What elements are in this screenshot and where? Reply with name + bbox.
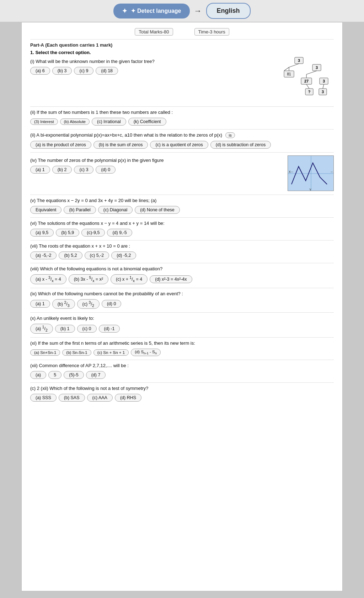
exam-paper: Total Marks-80 Time-3 hours Part-A (Each…: [21, 22, 343, 591]
svg-text:→X: →X: [330, 170, 333, 174]
question-v-text: (v) The equations x − 2y = 0 and 3x + 4y…: [30, 198, 334, 203]
question-ix-options: (a) 1 (b) 2/3 (c) 3/2 (d) 0: [30, 299, 334, 309]
svg-text:3: 3: [323, 79, 325, 83]
svg-text:3: 3: [298, 58, 300, 63]
question-iv-text: (iv) The number of zeros of the polynomi…: [30, 158, 288, 163]
option-iii-c[interactable]: (c) is a quotient of zeros: [150, 141, 208, 149]
option-ii-a[interactable]: (3) Interest: [30, 118, 58, 125]
option-iv-d[interactable]: (d) 0: [96, 166, 116, 174]
option-ix-c[interactable]: (c) 3/2: [77, 299, 100, 309]
option-vi-c[interactable]: (c)-9,5: [81, 229, 105, 237]
question-vii-block: (vii) The roots of the equation x + x + …: [30, 243, 334, 259]
option-viii-a[interactable]: (a) x - 3/x = 4: [30, 274, 66, 284]
option-vii-c[interactable]: (c) 5,-2: [85, 252, 109, 259]
option-iii-b[interactable]: (b) is the sum of zeros: [93, 141, 148, 149]
option-v-b[interactable]: (b) Parallel: [64, 206, 96, 214]
option-sym-b[interactable]: (b) SAS: [59, 394, 85, 402]
question-iv-options: (a) 1 (b) 2 (c) 3 (d) 0: [30, 166, 288, 174]
svg-text:3: 3: [316, 65, 318, 70]
question-vi-options: (a) 9,5 (b) 5,9 (c)-9,5 (d) 9,-5: [30, 229, 334, 237]
option-i-c[interactable]: (c) 9: [74, 67, 93, 75]
detect-language-button[interactable]: ✦ ✦ Detect language: [113, 4, 189, 18]
option-vii-b[interactable]: (b) 5,2: [59, 252, 82, 259]
option-x-c[interactable]: (c) 0: [77, 325, 97, 333]
option-xi-a[interactable]: (a) Sn+Sn-1: [30, 349, 60, 356]
question-i-block: (i) What will be the unknown number in t…: [30, 57, 334, 103]
question-iii-text: (ii) A bi-exponential polynomial p(x)=ax…: [30, 132, 334, 138]
svg-text:27: 27: [304, 79, 309, 83]
option-ix-a[interactable]: (a) 1: [30, 300, 50, 308]
option-iii-d[interactable]: (d) is subtraction of zeros: [210, 141, 271, 149]
option-i-a[interactable]: (a) 6: [30, 67, 50, 75]
svg-line-18: [284, 67, 289, 71]
option-xii-a[interactable]: (a): [30, 371, 46, 379]
svg-rect-21: [288, 156, 333, 191]
meta-row: Total Marks-80 Time-3 hours: [30, 28, 334, 36]
question-sym-options: (a) SSS (b) SAS (c) AAA (d) RHS: [30, 394, 334, 402]
option-xi-c[interactable]: (c) Sn + Sn + 1: [93, 349, 129, 356]
option-i-d[interactable]: (d) 18: [96, 67, 118, 75]
option-xii-b[interactable]: 5: [48, 371, 61, 379]
option-viii-c[interactable]: (c) x + 1/x = 4: [111, 274, 148, 284]
option-v-a[interactable]: Equivalent: [30, 206, 61, 214]
question-vii-options: (a) -5,-2 (b) 5,2 (c) 5,-2 (d) -5,2: [30, 252, 334, 259]
option-i-b[interactable]: (b) 3: [52, 67, 72, 75]
time: Time-3 hours: [194, 28, 229, 36]
question-ii-block: (ii) If the sum of two numbers is 1 then…: [30, 110, 334, 126]
option-v-d[interactable]: (d) None of these: [135, 206, 180, 214]
option-viii-b[interactable]: (b) 3x - 5/x = x²: [69, 274, 108, 284]
option-iv-a[interactable]: (a) 1: [30, 166, 50, 174]
option-vi-d[interactable]: (d) 9,-5: [107, 229, 132, 237]
question-xii-block: (xii) Common difference of AP 2,7,12,...…: [30, 363, 334, 379]
question-viii-text: (viii) Which of the following equations …: [30, 266, 334, 271]
question-iv-block: (iv) The number of zeros of the polynomi…: [30, 155, 334, 191]
question-i-options: (a) 6 (b) 3 (c) 9 (d) 18: [30, 67, 273, 75]
svg-text:Y: Y: [309, 188, 311, 191]
option-vii-a[interactable]: (a) -5,-2: [30, 252, 57, 259]
question-ii-options: (3) Interest (b) Absolute (c) Irrational…: [30, 118, 334, 126]
option-ii-k[interactable]: (k) Coefficient: [128, 118, 166, 126]
option-ix-b[interactable]: (b) 2/3: [52, 299, 75, 309]
option-v-c[interactable]: (c) Diagonal: [98, 206, 133, 214]
arrow-icon: →: [194, 6, 202, 16]
option-ii-b[interactable]: (b) Absolute: [60, 118, 90, 125]
option-viii-d[interactable]: (d) x²-3 = 4x²-4x: [150, 275, 192, 283]
option-sym-d[interactable]: (d) RHS: [115, 394, 141, 402]
option-sym-c[interactable]: (c) AAA: [87, 394, 113, 402]
option-ii-c[interactable]: (c) Irrational: [92, 118, 126, 126]
top-bar: ✦ ✦ Detect language → English: [0, 0, 364, 22]
language-button[interactable]: English: [206, 3, 251, 19]
question-x-block: (x) An unlikely event is likely to: (a) …: [30, 316, 334, 334]
question-x-text: (x) An unlikely event is likely to:: [30, 316, 334, 321]
option-vi-b[interactable]: (b) 5,9: [56, 229, 79, 237]
option-ix-d[interactable]: (d) 0: [102, 300, 122, 308]
question-1-title: 1. Select the correct option.: [30, 50, 334, 55]
option-vi-a[interactable]: (a) 9,5: [30, 229, 54, 237]
question-viii-options: (a) x - 3/x = 4 (b) 3x - 5/x = x² (c) x …: [30, 274, 334, 284]
option-x-a[interactable]: (a) 1/2: [30, 324, 53, 334]
svg-text:X←: X←: [289, 170, 294, 174]
option-xi-d[interactable]: (d) Sn-1 - Sn: [131, 349, 161, 356]
question-viii-block: (viii) Which of the following equations …: [30, 266, 334, 284]
option-sym-a[interactable]: (a) SSS: [30, 394, 57, 402]
question-xii-options: (a) 5 (5)-5 (d) 7: [30, 371, 334, 379]
svg-text:?: ?: [308, 90, 311, 94]
option-iv-b[interactable]: (b) 2: [52, 166, 72, 174]
question-ix-block: (ix) Which of the following numbers cann…: [30, 291, 334, 309]
option-xi-b[interactable]: (b) Sn-Sn-1: [62, 349, 91, 356]
question-vi-block: (vi) The solutions of the equations x − …: [30, 221, 334, 237]
question-sym-block: (c) 2 (xii) Which of the following is no…: [30, 386, 334, 402]
svg-line-17: [306, 71, 317, 74]
option-iii-a[interactable]: (a) is the product of zeros: [30, 141, 91, 149]
option-x-b[interactable]: (b) 1: [55, 325, 75, 333]
option-xii-c[interactable]: (5)-5: [64, 371, 84, 379]
option-vii-d[interactable]: (d) -5,2: [111, 252, 136, 259]
option-xii-d[interactable]: (d) 7: [86, 371, 106, 379]
option-iv-c[interactable]: (c) 3: [74, 166, 93, 174]
question-iii-block: (ii) A bi-exponential polynomial p(x)=ax…: [30, 132, 334, 149]
question-xi-text: (xi) If the sum of the first n terms of …: [30, 340, 334, 346]
detect-label: ✦ Detect language: [131, 7, 181, 14]
option-x-d[interactable]: (d) -1: [99, 325, 120, 333]
question-xi-block: (xi) If the sum of the first n terms of …: [30, 340, 334, 356]
question-vi-text: (vi) The solutions of the equations x − …: [30, 221, 334, 226]
